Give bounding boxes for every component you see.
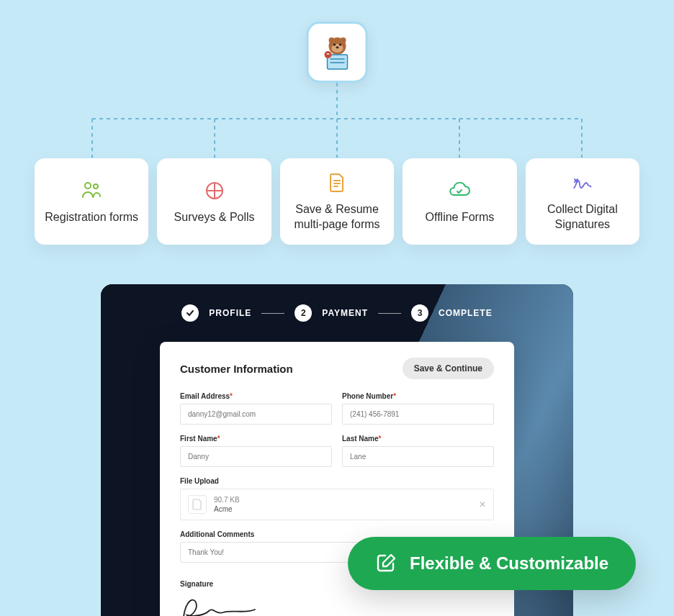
cloud-icon (448, 182, 471, 199)
file-size: 90.7 KB (214, 495, 240, 504)
step-payment-label: PAYMENT (322, 308, 368, 318)
feature-label: Surveys & Polls (174, 210, 255, 225)
svg-point-20 (94, 184, 98, 189)
svg-point-19 (85, 183, 91, 189)
brand-logo-badge (307, 22, 368, 83)
file-icon (188, 495, 207, 514)
feature-card-surveys[interactable]: Surveys & Polls (157, 158, 271, 245)
step-complete-label: COMPLETE (439, 308, 493, 318)
last-name-label: Last Name* (342, 435, 494, 443)
email-field[interactable] (180, 404, 332, 425)
feature-label: Registration forms (45, 210, 138, 225)
step-complete-dot[interactable]: 3 (411, 304, 428, 322)
edit-square-icon (375, 553, 397, 574)
email-label: Email Address* (180, 392, 332, 400)
first-name-label: First Name* (180, 435, 332, 443)
step-profile-label: PROFILE (209, 308, 251, 318)
file-upload-box[interactable]: 90.7 KB Acme ✕ (180, 489, 494, 520)
feature-card-registration[interactable]: Registration forms (35, 158, 148, 245)
form-title: Customer Information (180, 363, 293, 375)
step-profile-dot[interactable] (181, 304, 199, 322)
bear-mascot-icon (318, 33, 356, 72)
phone-label: Phone Number* (342, 392, 494, 400)
svg-point-4 (333, 43, 335, 45)
last-name-field[interactable] (342, 446, 494, 467)
feature-label: Save & Resume multi-page forms (289, 202, 385, 232)
svg-rect-11 (326, 53, 329, 55)
form-stepper: PROFILE 2 PAYMENT 3 COMPLETE (101, 304, 573, 322)
first-name-field[interactable] (180, 446, 332, 467)
svg-point-5 (338, 43, 341, 45)
check-icon (186, 309, 194, 317)
file-upload-label: File Upload (180, 477, 494, 485)
file-remove-icon[interactable]: ✕ (479, 499, 486, 509)
svg-point-1 (328, 37, 334, 43)
save-continue-button[interactable]: Save & Continue (403, 358, 494, 379)
feature-card-row: Registration forms Surveys & Polls Save … (35, 158, 639, 245)
feature-card-offline[interactable]: Offline Forms (403, 158, 516, 245)
phone-field[interactable] (342, 404, 494, 425)
flexible-customizable-pill[interactable]: Flexible & Customizable (348, 537, 636, 590)
svg-point-6 (336, 46, 338, 48)
connector-lines (0, 83, 674, 162)
feature-card-signatures[interactable]: Collect Digital Signatures (526, 158, 639, 245)
signature-drawing[interactable] (180, 594, 259, 616)
step-payment-dot[interactable]: 2 (295, 304, 312, 322)
svg-point-29 (590, 186, 592, 188)
file-name: Acme (214, 504, 240, 514)
svg-point-2 (340, 37, 346, 43)
document-icon (328, 173, 346, 193)
feature-label: Collect Digital Signatures (534, 202, 631, 232)
feature-card-save-resume[interactable]: Save & Resume multi-page forms (280, 158, 394, 245)
pie-chart-icon (205, 181, 224, 200)
pill-label: Flexible & Customizable (410, 553, 608, 574)
users-icon (81, 181, 102, 200)
feature-label: Offline Forms (426, 210, 495, 225)
signature-icon (572, 175, 593, 191)
